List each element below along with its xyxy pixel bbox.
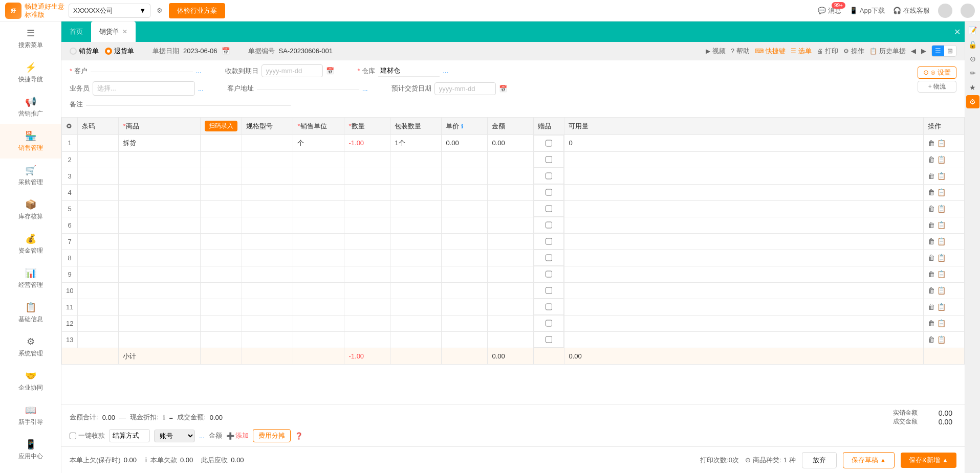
gift-checkbox[interactable] — [546, 154, 552, 165]
row-unit[interactable] — [293, 168, 344, 184]
row-barcode[interactable] — [78, 266, 119, 282]
sidebar-item-app-center[interactable]: 📱 应用中心 — [0, 433, 61, 467]
copy-row-icon[interactable]: 📋 — [937, 237, 946, 245]
row-product[interactable] — [119, 331, 201, 348]
prev-icon[interactable]: ◀ — [911, 47, 916, 55]
gift-checkbox[interactable] — [546, 236, 552, 246]
copy-row-icon[interactable]: 📋 — [937, 286, 946, 295]
gift-checkbox[interactable] — [546, 253, 552, 263]
sidebar-item-operations[interactable]: 📊 经营管理 — [0, 261, 61, 296]
row-product[interactable] — [119, 299, 201, 315]
history-btn[interactable]: 📋 历史单据 — [869, 47, 906, 56]
salesperson-input[interactable]: 选择... — [93, 81, 195, 96]
row-amount[interactable]: 0.00 — [488, 135, 534, 152]
row-pack-qty[interactable] — [390, 151, 442, 168]
copy-row-icon[interactable]: 📋 — [937, 303, 946, 311]
sidebar-item-purchase[interactable]: 🛒 采购管理 — [0, 159, 61, 193]
operate-btn[interactable]: ⚙ 操作 — [843, 47, 864, 56]
help-circle-icon[interactable]: ℹ — [163, 414, 165, 421]
row-barcode[interactable] — [78, 135, 119, 152]
row-barcode[interactable] — [78, 200, 119, 217]
remarks-input[interactable] — [86, 103, 291, 106]
row-qty[interactable] — [344, 233, 390, 250]
next-icon[interactable]: ▶ — [921, 47, 926, 55]
row-gift[interactable] — [534, 315, 564, 331]
row-product[interactable] — [119, 168, 201, 184]
tab-home[interactable]: 首页 — [61, 21, 91, 42]
row-price[interactable] — [442, 315, 488, 331]
row-product[interactable]: 拆货 — [119, 135, 201, 152]
gift-checkbox[interactable] — [546, 187, 552, 197]
row-qty[interactable] — [344, 184, 390, 200]
row-spec[interactable] — [242, 315, 293, 331]
row-unit[interactable] — [293, 331, 344, 348]
row-amount[interactable] — [488, 200, 534, 217]
copy-row-icon[interactable]: 📋 — [937, 319, 946, 327]
row-price[interactable] — [442, 331, 488, 348]
warehouse-input[interactable]: 建材仓 — [378, 65, 440, 77]
warehouse-dots[interactable]: ... — [443, 67, 448, 75]
avatar2[interactable] — [961, 4, 975, 18]
row-qty[interactable] — [344, 299, 390, 315]
row-spec[interactable] — [242, 200, 293, 217]
row-unit[interactable] — [293, 266, 344, 282]
avatar[interactable] — [938, 4, 952, 18]
copy-row-icon[interactable]: 📋 — [937, 205, 946, 213]
row-unit[interactable]: 个 — [293, 135, 344, 152]
row-unit[interactable] — [293, 200, 344, 217]
row-barcode[interactable] — [78, 233, 119, 250]
row-amount[interactable] — [488, 266, 534, 282]
row-price[interactable] — [442, 168, 488, 184]
delete-row-icon[interactable]: 🗑 — [928, 237, 935, 245]
sidebar-item-finance[interactable]: 💰 资金管理 — [0, 227, 61, 261]
row-qty[interactable] — [344, 315, 390, 331]
sidebar-item-marketing[interactable]: 📢 营销推广 — [0, 90, 61, 124]
row-price[interactable] — [442, 266, 488, 282]
row-amount[interactable] — [488, 299, 534, 315]
row-qty[interactable] — [344, 331, 390, 348]
discard-button[interactable]: 放弃 — [802, 452, 837, 468]
row-barcode[interactable] — [78, 331, 119, 348]
delete-row-icon[interactable]: 🗑 — [928, 270, 935, 278]
col-settings[interactable]: ⚙ — [62, 118, 78, 135]
row-amount[interactable] — [488, 184, 534, 200]
right-tool-note[interactable]: 📝 — [966, 24, 979, 37]
row-product[interactable] — [119, 184, 201, 200]
row-pack-qty[interactable] — [390, 184, 442, 200]
help-btn[interactable]: ? 帮助 — [731, 47, 750, 56]
row-unit[interactable] — [293, 299, 344, 315]
row-barcode[interactable] — [78, 250, 119, 266]
logistics-form-button[interactable]: + 物流 — [918, 81, 956, 93]
row-price[interactable] — [442, 250, 488, 266]
account-dots[interactable]: ... — [199, 432, 205, 440]
row-pack-qty[interactable] — [390, 250, 442, 266]
row-unit[interactable] — [293, 184, 344, 200]
radio-return-order[interactable]: 退货单 — [105, 47, 134, 56]
row-pack-qty[interactable]: 1个 — [390, 135, 442, 152]
customer-addr-input[interactable] — [257, 87, 359, 90]
row-amount[interactable] — [488, 233, 534, 250]
row-spec[interactable] — [242, 168, 293, 184]
delete-row-icon[interactable]: 🗑 — [928, 205, 935, 213]
customer-dots[interactable]: ... — [196, 67, 202, 75]
app-download-button[interactable]: 📱 App下载 — [850, 6, 885, 15]
row-unit[interactable] — [293, 315, 344, 331]
row-amount[interactable] — [488, 168, 534, 184]
row-barcode[interactable] — [78, 217, 119, 233]
save-draft-button[interactable]: 保存草稿 ▲ — [843, 452, 895, 468]
row-spec[interactable] — [242, 184, 293, 200]
row-qty[interactable] — [344, 217, 390, 233]
row-pack-qty[interactable] — [390, 217, 442, 233]
row-price[interactable] — [442, 217, 488, 233]
sidebar-item-sales[interactable]: 🏪 销售管理 — [0, 124, 61, 159]
row-amount[interactable] — [488, 331, 534, 348]
row-spec[interactable] — [242, 151, 293, 168]
row-gift[interactable] — [534, 282, 564, 299]
row-pack-qty[interactable] — [390, 200, 442, 217]
row-unit[interactable] — [293, 151, 344, 168]
row-gift[interactable] — [534, 266, 564, 282]
right-tool-lock[interactable]: 🔒 — [966, 38, 979, 51]
delete-row-icon[interactable]: 🗑 — [928, 139, 935, 147]
sidebar-item-guide[interactable]: 📖 新手引导 — [0, 398, 61, 433]
row-amount[interactable] — [488, 217, 534, 233]
